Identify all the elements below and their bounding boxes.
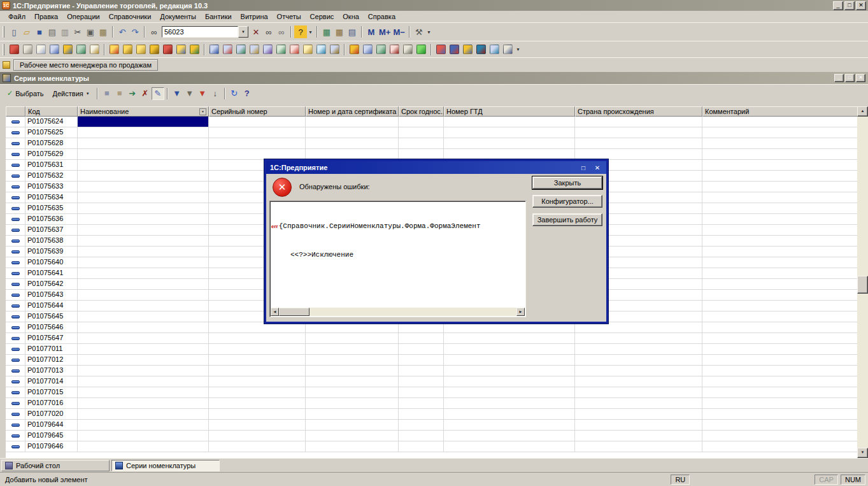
table-row[interactable]: P01075624 xyxy=(6,117,857,127)
sales-report-icon[interactable] xyxy=(350,45,359,54)
menu-item[interactable]: Бантики xyxy=(201,11,236,22)
clear-search-icon[interactable]: ✕ xyxy=(250,25,262,38)
table-row[interactable]: P01077011 xyxy=(6,344,857,355)
menu-item[interactable]: Сервис xyxy=(306,11,339,22)
table-row[interactable]: P01077015 xyxy=(6,387,857,398)
report-book-icon[interactable] xyxy=(10,45,19,54)
close-button[interactable]: ✕ xyxy=(856,1,866,10)
debt-report-icon[interactable] xyxy=(390,45,399,54)
table-row[interactable]: P01075628 xyxy=(6,138,857,149)
currency-icon[interactable] xyxy=(190,45,199,54)
toolbar-grip[interactable] xyxy=(3,44,4,55)
search-dropdown-icon[interactable]: ▼ xyxy=(238,26,248,38)
column-header[interactable]: Серийный номер xyxy=(209,106,306,117)
nomenclature-icon[interactable] xyxy=(76,45,86,54)
print-icon[interactable]: ▤ xyxy=(46,25,59,38)
error-text-area[interactable]: err{Справочник.СерииНоменклатуры.Форма.Ф… xyxy=(269,201,526,317)
table-row[interactable]: P01075646 xyxy=(6,322,857,333)
price-list-icon[interactable] xyxy=(90,45,99,54)
planner-icon[interactable] xyxy=(416,45,426,54)
gtd-import-icon[interactable] xyxy=(330,45,339,54)
table-row[interactable]: P01077012 xyxy=(6,355,857,366)
window-tab[interactable]: Рабочий стол xyxy=(1,460,110,471)
help-icon[interactable]: ? xyxy=(241,87,253,100)
paste-icon[interactable]: ▦ xyxy=(97,25,110,38)
hierarchy-list-icon[interactable]: ≡ xyxy=(101,87,113,100)
open-folder-icon[interactable]: ▱ xyxy=(20,25,33,38)
purchase-receipt-icon[interactable] xyxy=(210,45,219,54)
documents-journal-icon[interactable] xyxy=(50,45,59,54)
calendar-icon[interactable]: ▦ xyxy=(333,25,346,38)
memory-add-icon[interactable]: M+ xyxy=(378,25,392,38)
undo-icon[interactable]: ↶ xyxy=(116,25,129,38)
formula-calc-icon[interactable]: ? xyxy=(294,25,307,38)
scroll-thumb[interactable] xyxy=(857,276,868,294)
counterparties-icon[interactable] xyxy=(63,45,73,54)
open-document-icon[interactable] xyxy=(36,45,46,54)
sort-order-icon[interactable]: ↓ xyxy=(209,87,222,100)
table-row[interactable]: P01079646 xyxy=(6,441,857,452)
column-header[interactable]: Комментарий xyxy=(702,106,857,117)
minimize-button[interactable]: _ xyxy=(833,1,843,10)
filter-sort-icon[interactable]: ▼ xyxy=(171,87,183,100)
payment-in-icon[interactable] xyxy=(136,45,146,54)
cut-icon[interactable]: ✂ xyxy=(71,25,84,38)
column-header[interactable]: Код xyxy=(25,106,78,117)
scroll-up-icon[interactable]: ▲ xyxy=(857,106,868,117)
print-preview-icon[interactable]: ▥ xyxy=(59,25,71,38)
inventory-icon[interactable] xyxy=(263,45,273,54)
filter-by-value-icon[interactable]: ▼ xyxy=(183,87,196,100)
table-row[interactable]: P01075629 xyxy=(6,149,857,160)
search-input[interactable] xyxy=(162,26,238,38)
new-file-icon[interactable]: ▯ xyxy=(8,25,20,38)
cash-in-order-icon[interactable] xyxy=(110,45,119,54)
find-in-list-icon[interactable]: ∞ xyxy=(262,25,275,38)
tree-levels-icon[interactable]: ≡ xyxy=(113,87,126,100)
save-icon[interactable]: ■ xyxy=(33,25,46,38)
goods-transfer-icon[interactable] xyxy=(236,45,246,54)
column-header[interactable]: Номер и дата сертификата xyxy=(306,106,399,117)
print-form-icon[interactable] xyxy=(23,45,32,54)
payment-out-icon[interactable] xyxy=(150,45,159,54)
calculator-icon[interactable]: ▤ xyxy=(346,25,359,38)
restore-button[interactable]: □ xyxy=(844,1,855,10)
exchange-icon[interactable] xyxy=(490,45,499,54)
memory-recall-icon[interactable]: M xyxy=(365,25,378,38)
invoice-received-icon[interactable] xyxy=(317,45,326,54)
copy-icon[interactable]: ▣ xyxy=(84,25,97,38)
advance-report-icon[interactable] xyxy=(176,45,186,54)
list-edit-icon[interactable]: ✎ xyxy=(152,87,164,100)
sales-invoice-icon[interactable] xyxy=(223,45,232,54)
menu-item[interactable]: Справка xyxy=(364,11,400,22)
table-row[interactable]: P01077013 xyxy=(6,366,857,376)
configurator-button[interactable]: Конфигуратор... xyxy=(532,195,602,208)
find-next-icon[interactable]: ∞ xyxy=(275,25,288,38)
clear-filter-icon[interactable]: ▼ xyxy=(196,87,209,100)
turnover-report-icon[interactable] xyxy=(376,45,386,54)
goods-return-icon[interactable] xyxy=(250,45,259,54)
memory-subtract-icon[interactable]: M− xyxy=(392,25,406,38)
find-icon[interactable]: ∞ xyxy=(148,25,160,38)
scroll-left-icon[interactable]: ◀ xyxy=(271,308,279,316)
scroll-right-icon[interactable]: ▶ xyxy=(516,308,525,316)
column-header[interactable]: Номер ГТД xyxy=(444,106,575,117)
child-minimize-button[interactable]: _ xyxy=(834,74,844,82)
menu-item[interactable]: Правка xyxy=(30,11,62,22)
child-restore-button[interactable]: □ xyxy=(845,74,855,82)
price-analysis-icon[interactable] xyxy=(403,45,413,54)
service-settings-icon[interactable] xyxy=(503,45,513,54)
toolbar-grip[interactable] xyxy=(3,26,4,38)
menu-item[interactable]: Витрина xyxy=(236,11,273,22)
workspace-tab[interactable]: Рабочее место менеджера по продажам xyxy=(13,59,158,71)
table-icon[interactable]: ▦ xyxy=(320,25,333,38)
cash-book-icon[interactable] xyxy=(163,45,173,54)
column-header[interactable]: Срок годнос... xyxy=(399,106,444,117)
table-row[interactable]: P01077014 xyxy=(6,376,857,387)
mark-delete-icon[interactable]: ✗ xyxy=(139,87,152,100)
shutdown-button[interactable]: Завершить работу xyxy=(532,213,602,226)
select-button[interactable]: ✓ Выбрать xyxy=(3,87,48,101)
actions-button[interactable]: Действия ▼ xyxy=(48,87,94,101)
menu-item[interactable]: Файл xyxy=(4,11,30,22)
table-row[interactable]: P01077020 xyxy=(6,409,857,420)
dialog-titlebar[interactable]: 1С:Предприятие □ ✕ xyxy=(266,161,606,174)
